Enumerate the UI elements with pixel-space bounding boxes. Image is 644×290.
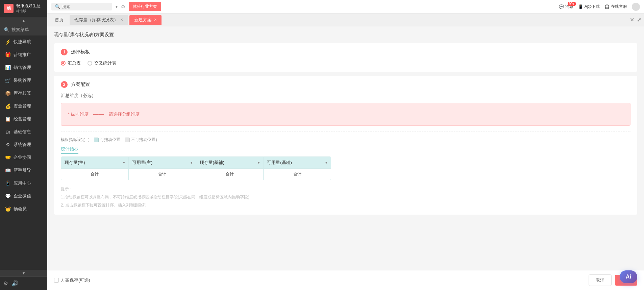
- sidebar-item-basic-info[interactable]: 🗂 基础信息: [0, 125, 47, 138]
- wechat-icon: 💬: [5, 193, 11, 199]
- sidebar-item-sales[interactable]: 📊 销售管理: [0, 61, 47, 74]
- topbar-gear-icon[interactable]: ⚙: [121, 4, 125, 9]
- sidebar-item-member[interactable]: 👑 畅会员: [0, 202, 47, 215]
- sidebar-scroll-down[interactable]: ▼: [0, 270, 47, 276]
- save-checkbox-box[interactable]: [54, 278, 59, 283]
- stats-col-name-1: 可用量(主): [132, 160, 153, 166]
- sidebar-item-system[interactable]: ⚙ 系统管理: [0, 138, 47, 151]
- step1-section: 1 选择模板 汇总表 交叉统计表: [54, 43, 637, 72]
- tab-inventory[interactable]: 现存量（库存状况表） ✕: [70, 15, 128, 25]
- tip-1: 1.拖动标题栏可以调整布局，不可跨维度或指标区域拖动栏目字段(只能在同一维度或指…: [61, 195, 249, 199]
- sidebar-item-search[interactable]: 🔍 搜索菜单: [0, 24, 47, 35]
- ai-label: Ai: [626, 274, 631, 280]
- tab-home[interactable]: 首页: [50, 15, 68, 25]
- app-version: 标准版: [16, 9, 41, 14]
- stats-col-body-3: 合计: [264, 168, 331, 180]
- dimension-arrow: ——: [93, 111, 104, 117]
- legend-fixed: 不可拖动位置）: [125, 137, 159, 143]
- basic-info-icon: 🗂: [5, 129, 11, 135]
- stats-col-name-2: 现存量(基辅): [200, 160, 225, 166]
- tab-new-plan[interactable]: 新建方案 ✕: [129, 15, 162, 25]
- sidebar-item-app-center[interactable]: 📱 应用中心: [0, 177, 47, 190]
- sidebar-item-quick-nav[interactable]: ⚡ 快捷导航: [0, 35, 47, 48]
- tab-close-button[interactable]: ✕: [630, 17, 634, 23]
- user-avatar[interactable]: [632, 3, 640, 11]
- topbar-actions: 💬 消息 99+ 📱 App下载 🎧 在线客服: [559, 3, 640, 11]
- topbar-search-box[interactable]: 🔍: [51, 3, 112, 10]
- app-download-action[interactable]: 📱 App下载: [578, 4, 600, 9]
- save-checkbox[interactable]: 方案保存(可选): [54, 277, 90, 283]
- ai-bubble[interactable]: Ai: [620, 270, 637, 283]
- stats-table: 现存量(主) ▾ 合计 可用量(主) ▾: [61, 156, 331, 180]
- app-name: 畅康通好生意: [16, 3, 41, 9]
- enterprise-icon: 🤝: [5, 154, 11, 161]
- tab-expand-button[interactable]: ⤢: [637, 17, 641, 23]
- col-chevron-0[interactable]: ▾: [123, 161, 125, 165]
- tab-new-plan-close[interactable]: ✕: [154, 18, 157, 22]
- sidebar-logo: 畅 畅康通好生意 标准版: [0, 0, 47, 17]
- legend-draggable-box: [94, 138, 99, 142]
- cancel-button[interactable]: 取消: [589, 274, 612, 286]
- radio-cross-table[interactable]: 交叉统计表: [88, 60, 116, 66]
- tabbar: 首页 现存量（库存状况表） ✕ 新建方案 ✕ ✕ ⤢: [47, 14, 644, 26]
- stats-col-header-1[interactable]: 可用量(主) ▾: [129, 157, 196, 168]
- app-center-icon: 📱: [5, 180, 11, 186]
- search-icon: 🔍: [55, 4, 60, 9]
- sidebar-scroll-up[interactable]: ▲: [0, 17, 47, 24]
- online-service-action[interactable]: 🎧 在线客服: [604, 4, 627, 9]
- stats-col-body-2: 合计: [196, 168, 264, 180]
- dimension-placeholder: 请选择分组维度: [109, 111, 140, 117]
- sound-icon[interactable]: 🔊: [11, 280, 18, 287]
- sidebar-item-inventory[interactable]: 📦 库存核算: [0, 87, 47, 100]
- col-chevron-2[interactable]: ▾: [258, 161, 260, 165]
- sidebar-item-finance[interactable]: 💰 资金管理: [0, 100, 47, 113]
- col-chevron-3[interactable]: ▾: [325, 161, 327, 165]
- stats-col-header-0[interactable]: 现存量(主) ▾: [61, 157, 128, 168]
- tips-section: 提示： 1.拖动标题栏可以调整布局，不可跨维度或指标区域拖动栏目字段(只能在同一…: [61, 185, 630, 209]
- stats-col-header-3[interactable]: 可用量(基辅) ▾: [264, 157, 331, 168]
- new-guide-icon: 📖: [5, 167, 11, 173]
- purchase-icon: 🛒: [5, 77, 11, 83]
- stats-label: 统计指标: [61, 146, 78, 154]
- tab-inventory-close[interactable]: ✕: [120, 18, 123, 22]
- message-action[interactable]: 💬 消息 99+: [559, 4, 573, 9]
- indicator-label-text: 模板指标设定（: [61, 137, 89, 143]
- dimension-section-title: 汇总维度（必选）: [61, 93, 630, 99]
- stats-table-header: 现存量(主) ▾ 合计 可用量(主) ▾: [61, 157, 331, 180]
- sidebar-item-operations[interactable]: 📋 经营管理: [0, 113, 47, 125]
- page-title: 现存量(库存状况表)方案设置: [54, 32, 637, 38]
- sidebar-item-wechat[interactable]: 💬 企业微信: [0, 190, 47, 202]
- sidebar-item-marketing[interactable]: 🎁 营销推广: [0, 48, 47, 61]
- search-icon: 🔍: [3, 27, 9, 33]
- topbar-dropdown-icon[interactable]: ▾: [116, 4, 118, 9]
- step1-title: 选择模板: [71, 49, 90, 55]
- section-divider-1: [61, 131, 630, 131]
- legend-fixed-box: [125, 138, 130, 142]
- operations-icon: 📋: [5, 116, 11, 122]
- app-logo-icon: 畅: [4, 4, 14, 13]
- sidebar-item-new-guide[interactable]: 📖 新手引导: [0, 164, 47, 177]
- step2-number: 2: [61, 81, 68, 88]
- system-icon: ⚙: [5, 142, 11, 148]
- finance-icon: 💰: [5, 103, 11, 109]
- radio-summary-table[interactable]: 汇总表: [61, 60, 81, 66]
- stats-col-body-0: 合计: [61, 168, 128, 180]
- sidebar-item-enterprise[interactable]: 🤝 企业协同: [0, 151, 47, 164]
- tips-title: 提示：: [61, 187, 73, 191]
- tab-new-plan-label: 新建方案: [134, 17, 152, 23]
- dimension-area[interactable]: * 纵向维度 —— 请选择分组维度: [61, 103, 630, 126]
- sidebar-nav: 🔍 搜索菜单 ⚡ 快捷导航 🎁 营销推广 📊 销售管理 🛒 采购管理 📦 库存核…: [0, 24, 47, 270]
- stats-col-header-2[interactable]: 现存量(基辅) ▾: [196, 157, 264, 168]
- stats-col-body-1: 合计: [129, 168, 196, 180]
- step1-number: 1: [61, 49, 68, 55]
- indicator-legend: 模板指标设定（ 可拖动位置 不可拖动位置）: [61, 137, 630, 143]
- search-input[interactable]: [62, 4, 109, 9]
- sidebar-bottom: ⚙ 🔊: [0, 276, 47, 290]
- legend-draggable: 可拖动位置: [94, 137, 120, 143]
- settings-icon[interactable]: ⚙: [3, 280, 8, 287]
- sidebar-item-purchase[interactable]: 🛒 采购管理: [0, 74, 47, 87]
- stats-col-name-0: 现存量(主): [65, 160, 85, 166]
- radio-dot-cross: [88, 61, 92, 66]
- col-chevron-1[interactable]: ▾: [191, 161, 193, 165]
- trial-button[interactable]: 体验行业方案: [129, 2, 161, 11]
